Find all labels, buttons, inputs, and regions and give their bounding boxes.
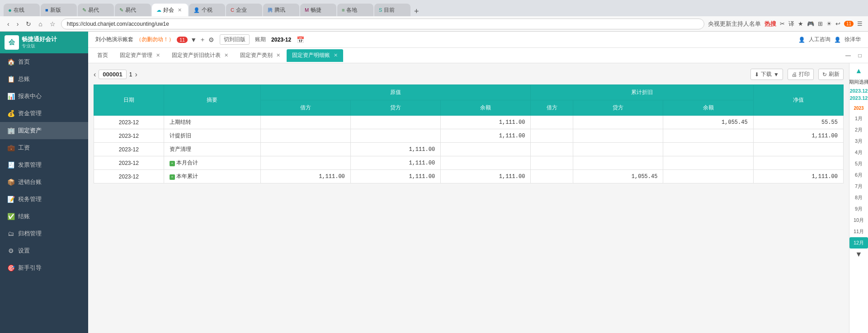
tab-home-label: 首页	[97, 52, 108, 59]
forward-button[interactable]: ›	[15, 19, 21, 28]
dropdown-icon[interactable]: ▼	[190, 36, 197, 43]
th-accum-balance: 余额	[663, 100, 753, 116]
sidebar-item-home[interactable]: 🏠 首页	[0, 53, 88, 70]
close-tab-fixed-assets-mgmt-icon[interactable]: ✕	[156, 52, 160, 58]
next-page-button[interactable]: ›	[135, 70, 137, 79]
browser-tab-active[interactable]: ☁ 好会 ✕	[152, 4, 188, 16]
add-icon[interactable]: ＋	[199, 36, 206, 44]
download-button[interactable]: ⬇ 下载 ▼	[750, 69, 783, 80]
ledger-nav-left: ‹ 000001 1 ›	[94, 70, 137, 79]
back-button[interactable]: ‹	[5, 19, 11, 28]
tab-fixed-assets-mgmt[interactable]: 固定资产管理 ✕	[114, 49, 165, 62]
minimize-tab-icon[interactable]: —	[844, 51, 853, 60]
month-item-3[interactable]: 3月	[849, 136, 868, 147]
browser-tab-current[interactable]: S 目前	[374, 4, 410, 16]
home-button[interactable]: ⌂	[37, 19, 44, 28]
tab-depreciation-table[interactable]: 固定资产折旧统计表 ✕	[166, 49, 234, 62]
th-orig-balance: 余额	[441, 100, 531, 116]
user-avatar[interactable]: 👤	[834, 37, 841, 43]
sidebar-item-tax[interactable]: 📝 税务管理	[0, 191, 88, 208]
row3-orig-credit: 1,111.00	[350, 156, 440, 170]
row1-orig-debit	[260, 129, 350, 143]
month-item-4[interactable]: 4月	[849, 147, 868, 158]
bookmark-button[interactable]: ☆	[48, 19, 57, 28]
th-original-value: 原值	[260, 85, 531, 100]
switch-version-button[interactable]: 切到旧版	[220, 34, 250, 45]
browser-tab-tax[interactable]: 👤 个税	[189, 4, 225, 16]
calendar-icon[interactable]: 📅	[297, 36, 304, 43]
row4-accum-credit: 1,055.45	[573, 170, 663, 183]
maximize-tab-icon[interactable]: □	[855, 51, 864, 60]
tab-asset-detail-label: 固定资产明细账	[292, 52, 330, 59]
close-tab-category-icon[interactable]: ✕	[276, 52, 280, 58]
sidebar-item-inventory[interactable]: 📦 进销台账	[0, 174, 88, 191]
browser-tab-yidai2[interactable]: ✎ 易代	[115, 4, 151, 16]
user-name-label: 徐泽华	[844, 36, 861, 43]
close-tab-detail-icon[interactable]: ✕	[334, 52, 338, 58]
sidebar-title: 畅捷通好会计	[22, 36, 57, 43]
month-item-7[interactable]: 7月	[849, 181, 868, 192]
tab-asset-detail[interactable]: 固定资产明细账 ✕	[287, 49, 343, 62]
scroll-up-button[interactable]: ▲	[854, 65, 864, 77]
month-item-2[interactable]: 2月	[849, 124, 868, 136]
month-item-1[interactable]: 1月	[849, 113, 868, 124]
month-item-6[interactable]: 6月	[849, 169, 868, 181]
sidebar-item-general-ledger[interactable]: 📋 总账	[0, 70, 88, 88]
period-date1: 2023.12	[849, 87, 868, 94]
tab-asset-category[interactable]: 固定资产类别 ✕	[235, 49, 286, 62]
browser-tab-online[interactable]: ● 在线	[4, 4, 40, 16]
sidebar-item-fixed-assets-label: 固定资产	[18, 127, 42, 135]
close-tab-depreciation-icon[interactable]: ✕	[224, 52, 228, 58]
month-list: 2023 1月 2月 3月 4月 5月 6月 7月 8月 9月 10月 11月 …	[849, 103, 868, 249]
sidebar-item-payroll[interactable]: 💼 工资	[0, 139, 88, 156]
sidebar-item-general-ledger-label: 总账	[18, 75, 30, 83]
row3-summary: + 本月合计	[164, 156, 260, 170]
row3-accum-credit	[573, 156, 663, 170]
ledger-code: 000001	[99, 70, 126, 79]
sidebar-item-fixed-assets[interactable]: 🏢 固定资产	[0, 122, 88, 139]
print-button[interactable]: 🖨 打印	[788, 69, 814, 80]
print-label: 打印	[799, 70, 810, 78]
sidebar-item-archive[interactable]: 🗂 归档管理	[0, 225, 88, 242]
row2-orig-credit: 1,111.00	[350, 143, 440, 156]
month-item-8[interactable]: 8月	[849, 192, 868, 203]
refresh-button[interactable]: ↻	[24, 19, 33, 28]
sidebar-item-settings[interactable]: ⚙ 设置	[0, 242, 88, 259]
address-input[interactable]	[61, 19, 704, 29]
close-tab-icon[interactable]: ✕	[178, 7, 182, 13]
sidebar-item-guide[interactable]: 🎯 新手引导	[0, 259, 88, 277]
month-item-10[interactable]: 10月	[849, 215, 868, 226]
scroll-down-button[interactable]: ▼	[854, 249, 864, 260]
sidebar-item-invoice[interactable]: 🧾 发票管理	[0, 156, 88, 174]
table-row: 2023-12 上期结转 1,111.00 1,055.45 55.55	[94, 116, 844, 129]
tab-label: 各地	[346, 6, 357, 14]
consult-icon[interactable]: 👤	[798, 37, 805, 43]
new-tab-button[interactable]: +	[411, 7, 422, 16]
browser-tab-each[interactable]: ≡ 各地	[337, 4, 373, 16]
browser-tab-yidai1[interactable]: ✎ 易代	[78, 4, 114, 16]
browser-tab-corp[interactable]: C 企业	[226, 4, 262, 16]
month-item-9[interactable]: 9月	[849, 203, 868, 215]
content-area: ‹ 000001 1 › ⬇ 下载 ▼ 🖨 打印	[88, 63, 868, 333]
settings-small-icon[interactable]: ⚙	[208, 36, 214, 43]
menu-icon[interactable]: ☰	[857, 20, 863, 27]
sidebar-item-closing[interactable]: ✅ 结账	[0, 208, 88, 225]
sidebar: 会 畅捷通好会计 专业版 🏠 首页 📋 总账 📊 报表中心 💰 资金管理	[0, 32, 88, 333]
tab-home[interactable]: 首页	[92, 49, 113, 62]
browser-tab-new[interactable]: ■ 新版	[41, 4, 77, 16]
sidebar-item-reports[interactable]: 📊 报表中心	[0, 88, 88, 105]
sidebar-item-funds[interactable]: 💰 资金管理	[0, 105, 88, 122]
browser-tab-changjie[interactable]: M 畅捷	[300, 4, 336, 16]
month-item-11[interactable]: 11月	[849, 226, 868, 237]
row4-net-value: 1,111.00	[753, 170, 843, 183]
row3-orig-debit	[260, 156, 350, 170]
row0-summary: 上期结转	[164, 116, 260, 129]
hot-search-label[interactable]: 热搜	[764, 20, 776, 28]
refresh-button[interactable]: ↻ 刷新	[818, 69, 844, 80]
month-item-5[interactable]: 5月	[849, 158, 868, 169]
browser-tab-tencent[interactable]: 腾 腾讯	[263, 4, 299, 16]
row2-net-value	[753, 143, 843, 156]
month-item-12[interactable]: 12月	[849, 237, 868, 249]
prev-page-button[interactable]: ‹	[94, 70, 96, 79]
consult-label[interactable]: 人工咨询	[809, 36, 830, 43]
